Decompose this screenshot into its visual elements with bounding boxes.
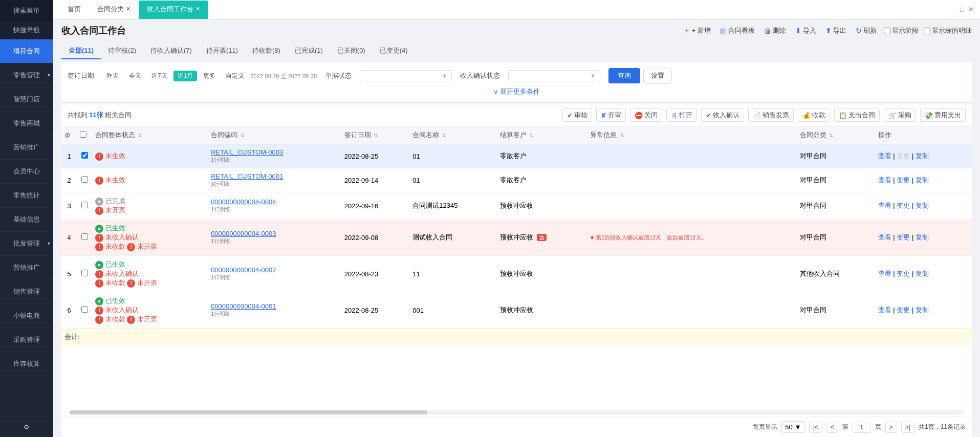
view-link-2[interactable]: 查看	[878, 176, 891, 184]
close-income-workbench-tab[interactable]: ✕	[195, 6, 200, 12]
filter-tab-changed[interactable]: 已变更(4)	[373, 43, 415, 59]
filter-tab-completed[interactable]: 已完成(1)	[288, 43, 330, 59]
th-sign-date[interactable]: 签订日期 ⇅	[341, 126, 410, 144]
sidebar-item-inventory[interactable]: 库存核算	[0, 352, 53, 376]
sidebar-item-retail[interactable]: 零售管理	[0, 63, 53, 88]
row6-checkbox[interactable]	[81, 306, 88, 313]
code-link-5[interactable]: 0000000000004-0002	[211, 266, 338, 274]
td-cb-6[interactable]	[77, 292, 92, 329]
maximize-btn[interactable]: □	[960, 6, 964, 13]
td-cb-3[interactable]	[77, 192, 92, 220]
edit-link-6[interactable]: 变更	[897, 306, 910, 314]
filter-tab-pending-income[interactable]: 待收入确认(7)	[143, 43, 199, 59]
last-page-btn[interactable]: >|	[901, 422, 914, 433]
td-cb-5[interactable]	[77, 256, 92, 292]
edit-link-2[interactable]: 变更	[897, 176, 910, 184]
filter-tab-closed[interactable]: 已关闭(0)	[330, 43, 373, 59]
export-btn[interactable]: ⬆ 导出	[823, 25, 848, 36]
action-expense-out[interactable]: 💸 费用支出	[920, 108, 966, 122]
th-status[interactable]: 合同整体状态 ⇅	[92, 126, 208, 144]
filter-tab-pending-review[interactable]: 待审核(2)	[101, 43, 143, 59]
expand-more-btn[interactable]: ∨ 展开更多条件	[493, 87, 540, 96]
action-purchase[interactable]: 🛒 采购	[884, 108, 916, 122]
select-all-checkbox[interactable]	[80, 131, 86, 138]
new-btn[interactable]: ＋ + 新增	[681, 25, 713, 36]
sidebar-item-baseinfo[interactable]: 基础信息	[0, 208, 53, 232]
copy-link-2[interactable]: 复制	[916, 176, 929, 184]
import-btn[interactable]: ⬇ 导入	[793, 25, 818, 36]
sidebar-item-marketing2[interactable]: 营销推广	[0, 256, 53, 280]
action-payout[interactable]: 📋 支出合同	[834, 108, 880, 122]
th-customer[interactable]: 结算客户 ⇅	[497, 126, 587, 144]
td-cb-1[interactable]	[77, 144, 92, 168]
refresh-btn[interactable]: ↻ 刷新	[854, 25, 879, 36]
row1-checkbox[interactable]	[81, 152, 88, 159]
date-opt-more[interactable]: 更多	[199, 71, 220, 81]
date-opt-yesterday[interactable]: 昨天	[102, 71, 123, 81]
prev-page-btn[interactable]: <	[826, 422, 838, 433]
per-page-select[interactable]: 50 ▼	[781, 421, 804, 433]
show-detail-checkbox[interactable]: 显示标的明细	[924, 26, 972, 35]
code-link-1[interactable]: RETAIL_CUSTOM-0003	[211, 148, 338, 156]
copy-link-5[interactable]: 复制	[916, 270, 929, 277]
action-print[interactable]: 🖨 打开	[666, 108, 697, 122]
sidebar-item-ecommerce[interactable]: 零售商城	[0, 112, 53, 136]
code-link-6[interactable]: 0000000000004-0001	[211, 302, 338, 310]
row4-checkbox[interactable]	[81, 233, 88, 240]
sidebar-item-stats[interactable]: 零售统计	[0, 184, 53, 208]
row5-checkbox[interactable]	[81, 270, 88, 276]
filter-tab-pending-payment[interactable]: 待收款(8)	[245, 43, 288, 59]
action-abandon[interactable]: ✘ 弃审	[596, 108, 626, 122]
action-sales-invoice[interactable]: 📄 销售发票	[748, 108, 794, 122]
view-link-1[interactable]: 查看	[878, 152, 891, 160]
view-link-4[interactable]: 查看	[878, 233, 891, 241]
th-exception[interactable]: 异常信息 ⇅	[587, 126, 796, 144]
kanban-btn[interactable]: ▦ 合同看板	[718, 25, 757, 36]
sidebar-item-smartshop[interactable]: 智慧门店	[0, 88, 53, 112]
next-page-btn[interactable]: >	[885, 422, 897, 433]
show-detail-input[interactable]	[924, 28, 930, 34]
code-link-3[interactable]: 0000000000004-0004	[211, 198, 338, 206]
close-btn[interactable]: ✕	[968, 6, 974, 13]
sidebar-quicknav[interactable]: 快捷导航	[0, 21, 53, 39]
close-contract-cat-tab[interactable]: ✕	[126, 6, 130, 12]
doc-status-select[interactable]: ▼	[360, 70, 452, 81]
date-opt-last1month[interactable]: 近1月	[173, 71, 198, 81]
row3-checkbox[interactable]	[81, 202, 88, 208]
sidebar-search[interactable]: 搜索菜单	[0, 0, 53, 21]
sidebar-item-purchase[interactable]: 采购管理	[0, 328, 53, 352]
sidebar-item-xiaochang[interactable]: 小畅电商	[0, 304, 53, 328]
sidebar-settings[interactable]: ⚙	[0, 417, 53, 437]
td-cb-4[interactable]	[77, 220, 92, 256]
settings-btn[interactable]: 设置	[643, 68, 672, 84]
sidebar-item-salesmgmt[interactable]: 销售管理	[0, 280, 53, 304]
view-link-6[interactable]: 查看	[878, 306, 891, 314]
action-review[interactable]: ✔ 审核	[562, 108, 592, 122]
td-cb-2[interactable]	[77, 168, 92, 192]
edit-link-4[interactable]: 变更	[897, 233, 910, 241]
th-name[interactable]: 合同名称 ⇅	[409, 126, 496, 144]
delete-btn[interactable]: 🗑 删除	[762, 25, 788, 36]
copy-link-6[interactable]: 复制	[916, 306, 929, 314]
view-link-5[interactable]: 查看	[878, 270, 891, 277]
copy-link-4[interactable]: 复制	[916, 233, 929, 241]
th-setting[interactable]: ⚙	[61, 126, 77, 144]
code-link-4[interactable]: 0000000000004-0003	[211, 230, 338, 237]
date-opt-today[interactable]: 今天	[125, 71, 145, 81]
edit-link-5[interactable]: 变更	[897, 270, 910, 277]
tab-contract-cat[interactable]: 合同分类 ✕	[89, 1, 139, 19]
filter-tab-pending-invoice[interactable]: 待开票(11)	[199, 43, 245, 59]
action-close[interactable]: ⛔ 关闭	[630, 108, 662, 122]
filter-tab-all[interactable]: 全部(11)	[61, 43, 101, 59]
first-page-btn[interactable]: |<	[809, 422, 822, 433]
show-fields-checkbox[interactable]: 显示阶段	[884, 26, 919, 35]
date-opt-custom[interactable]: 自定义	[222, 71, 248, 81]
search-btn[interactable]: 查询	[608, 68, 640, 83]
table-scroll[interactable]: ⚙ 合同整体状态 ⇅ 合同编码 ⇅ 签订日期 ⇅	[61, 126, 972, 410]
minimize-btn[interactable]: —	[949, 6, 956, 13]
action-income-confirm[interactable]: ✔ 收入确认	[701, 108, 744, 122]
horizontal-scrollbar[interactable]	[70, 410, 964, 414]
sidebar-item-member[interactable]: 会员中心	[0, 160, 53, 184]
copy-link-1[interactable]: 复制	[916, 152, 929, 160]
th-code[interactable]: 合同编码 ⇅	[208, 126, 341, 144]
